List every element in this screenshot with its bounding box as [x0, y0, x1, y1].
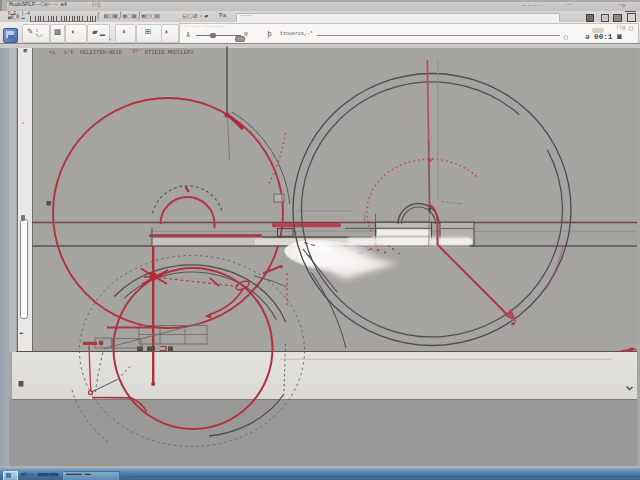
- svg-text:KTIEIB.MDCCLERV: KTIEIB.MDCCLERV: [145, 50, 194, 56]
- svg-text:3?': 3?': [132, 49, 142, 55]
- svg-text:KELEIYEN-NEIE: KELEIYEN-NEIE: [80, 50, 122, 56]
- svg-text:k'F: k'F: [64, 50, 74, 56]
- svg-text:=i: =i: [49, 50, 55, 56]
